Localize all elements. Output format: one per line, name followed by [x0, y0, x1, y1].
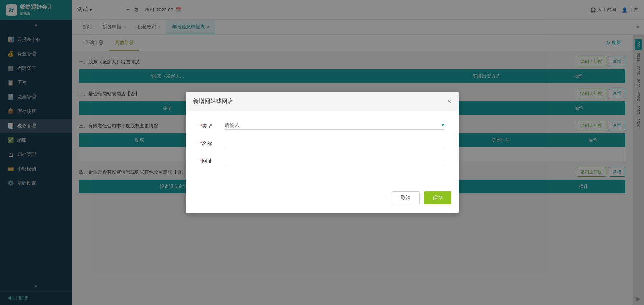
url-label: *网址: [200, 158, 222, 165]
form-row-type: *类型 ▾: [200, 122, 444, 130]
name-label: *名称: [200, 140, 222, 147]
name-input[interactable]: [225, 140, 444, 145]
modal-title: 新增网站或网店: [193, 98, 233, 105]
modal-header: 新增网站或网店 ×: [186, 92, 459, 111]
modal-overlay: 新增网站或网店 × *类型 ▾ *名称: [0, 0, 644, 305]
url-label-text: 网址: [202, 158, 212, 164]
type-input-wrap: ▾: [225, 122, 444, 130]
cancel-button[interactable]: 取消: [392, 191, 420, 204]
form-row-url: *网址: [200, 157, 444, 165]
type-label: *类型: [200, 123, 222, 129]
type-dropdown-arrow[interactable]: ▾: [442, 122, 444, 128]
type-label-text: 类型: [202, 123, 212, 129]
modal-close-btn[interactable]: ×: [447, 98, 451, 105]
modal-body: *类型 ▾ *名称 *网址: [186, 111, 459, 186]
type-input[interactable]: [225, 122, 442, 128]
name-input-wrap: [225, 140, 444, 147]
form-row-name: *名称: [200, 140, 444, 147]
name-label-text: 名称: [202, 140, 212, 146]
modal-footer: 取消 保存: [186, 186, 459, 213]
url-input[interactable]: [225, 157, 444, 163]
url-input-wrap: [225, 157, 444, 165]
save-button[interactable]: 保存: [424, 191, 451, 204]
add-website-modal: 新增网站或网店 × *类型 ▾ *名称: [186, 92, 459, 213]
